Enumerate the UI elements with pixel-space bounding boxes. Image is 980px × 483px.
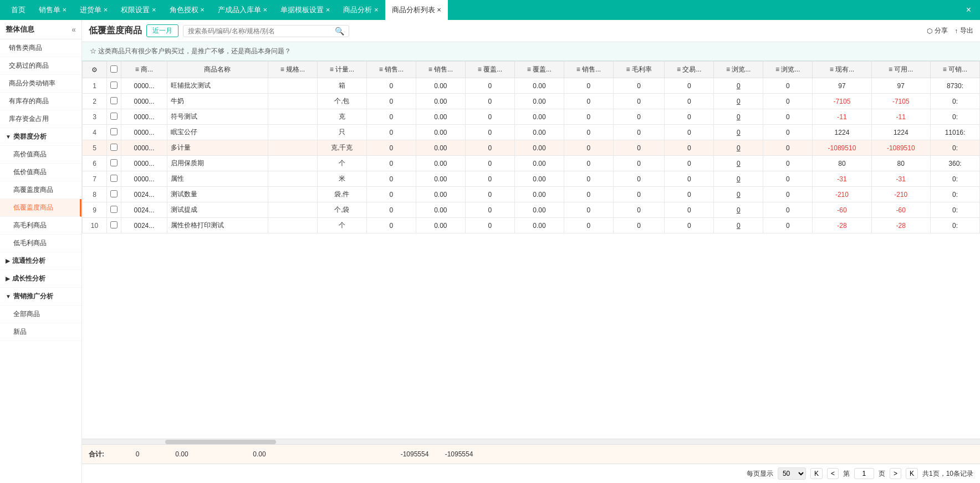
sidebar-item-high-coverage[interactable]: 高覆盖度商品 <box>0 181 81 199</box>
row-sales-amt: 0.00 <box>416 94 465 109</box>
row-profit-rate: 0 <box>613 171 664 187</box>
row-current: 97 <box>813 78 871 94</box>
col-settings[interactable]: ⚙ <box>83 62 107 78</box>
next-page-button[interactable]: > <box>890 468 901 479</box>
sidebar-item-high-value[interactable]: 高价值商品 <box>0 146 81 164</box>
sidebar-group-liquidity[interactable]: ▶ 流通性分析 <box>0 252 81 270</box>
col-cover1[interactable]: ≡ 覆盖... <box>465 62 514 78</box>
row-view1[interactable]: 0 <box>714 218 763 233</box>
search-input[interactable] <box>188 27 335 35</box>
row-view1[interactable]: 0 <box>714 78 763 94</box>
col-unit[interactable]: ≡ 计量... <box>317 62 366 78</box>
table-wrapper[interactable]: ⚙ ≡ 商... 商品名称 ≡ 规格... ≡ 计量... ≡ 销售... ≡ … <box>82 61 980 439</box>
row-trade: 0 <box>665 202 714 218</box>
row-num: 8 <box>83 187 107 202</box>
nav-sales[interactable]: 销售单 × <box>32 0 73 20</box>
nav-analysis-list[interactable]: 商品分析列表 × <box>385 0 448 20</box>
row-spec <box>268 109 317 125</box>
sidebar-item-instock-goods[interactable]: 有库存的商品 <box>0 93 81 110</box>
sidebar-item-low-profit[interactable]: 低毛利商品 <box>0 235 81 252</box>
sidebar-group-growth[interactable]: ▶ 成长性分析 <box>0 270 81 288</box>
sidebar-item-inventory-capital[interactable]: 库存资金占用 <box>0 110 81 128</box>
sidebar-collapse-button[interactable]: « <box>72 25 76 34</box>
col-cover2[interactable]: ≡ 覆盖... <box>514 62 564 78</box>
nav-template[interactable]: 单据模板设置 × <box>274 0 336 20</box>
sidebar-item-sales-goods[interactable]: 销售类商品 <box>0 39 81 57</box>
col-current[interactable]: ≡ 现有... <box>813 62 871 78</box>
row-view1[interactable]: 0 <box>714 202 763 218</box>
row-checkbox[interactable] <box>106 140 121 156</box>
window-close-button[interactable]: × <box>962 5 976 15</box>
row-code: 0000... <box>121 171 167 187</box>
row-checkbox[interactable] <box>106 78 121 94</box>
nav-analysis[interactable]: 商品分析 × <box>336 0 385 20</box>
prev-page-button[interactable]: < <box>827 468 839 479</box>
row-checkbox[interactable] <box>106 187 121 202</box>
row-sales-amt: 0.00 <box>416 156 465 171</box>
page-number-input[interactable] <box>854 468 874 479</box>
share-icon: ⬡ <box>927 27 932 35</box>
sidebar-item-new-goods[interactable]: 新品 <box>0 323 81 341</box>
row-view1[interactable]: 0 <box>714 125 763 140</box>
nav-purchase[interactable]: 进货单 × <box>73 0 114 20</box>
sidebar-group-marketing[interactable]: ▼ 营销推广分析 <box>0 288 81 306</box>
share-button[interactable]: ⬡ 分享 <box>927 26 948 35</box>
row-checkbox[interactable] <box>106 94 121 109</box>
nav-role[interactable]: 角色授权 × <box>163 0 211 20</box>
col-sales-amt[interactable]: ≡ 销售... <box>416 62 465 78</box>
first-page-button[interactable]: K <box>810 468 823 479</box>
row-num: 4 <box>83 125 107 140</box>
row-sales3: 0 <box>564 140 613 156</box>
sidebar-item-low-value[interactable]: 低价值商品 <box>0 164 81 181</box>
per-page-select[interactable]: 50 100 200 <box>778 467 806 480</box>
row-checkbox[interactable] <box>106 218 121 233</box>
row-profit-rate: 0 <box>613 140 664 156</box>
row-checkbox[interactable] <box>106 156 121 171</box>
col-sellable[interactable]: ≡ 可销... <box>930 62 979 78</box>
content-header: 低覆盖度商品 近一月 🔍 ⬡ 分享 ↑ 导出 <box>82 20 980 42</box>
sidebar-item-all-goods[interactable]: 全部商品 <box>0 306 81 323</box>
sidebar-group-cluster[interactable]: ▼ 类群度分析 <box>0 128 81 146</box>
col-sales3[interactable]: ≡ 销售... <box>564 62 613 78</box>
row-view1[interactable]: 0 <box>714 156 763 171</box>
sidebar-item-low-coverage[interactable]: 低覆盖度商品 <box>0 199 81 217</box>
row-view1[interactable]: 0 <box>714 187 763 202</box>
row-code: 0024... <box>121 187 167 202</box>
row-trade: 0 <box>665 140 714 156</box>
col-available[interactable]: ≡ 可用... <box>871 62 930 78</box>
row-sales-amt: 0.00 <box>416 109 465 125</box>
time-filter-button[interactable]: 近一月 <box>146 24 178 37</box>
row-checkbox[interactable] <box>106 171 121 187</box>
row-view1[interactable]: 0 <box>714 171 763 187</box>
nav-product[interactable]: 产成品入库单 × <box>211 0 274 20</box>
row-checkbox[interactable] <box>106 109 121 125</box>
nav-home[interactable]: 首页 <box>4 0 32 20</box>
row-view1[interactable]: 0 <box>714 94 763 109</box>
row-profit-rate: 0 <box>613 94 664 109</box>
select-all-checkbox[interactable] <box>110 65 118 73</box>
col-view2[interactable]: ≡ 浏览... <box>763 62 813 78</box>
col-name[interactable]: 商品名称 <box>167 62 268 78</box>
scrollbar-thumb[interactable] <box>165 440 276 444</box>
share-label: 分享 <box>935 26 948 35</box>
col-view1[interactable]: ≡ 浏览... <box>714 62 763 78</box>
row-checkbox[interactable] <box>106 125 121 140</box>
row-checkbox[interactable] <box>106 202 121 218</box>
col-sales-qty[interactable]: ≡ 销售... <box>366 62 416 78</box>
row-view1[interactable]: 0 <box>714 140 763 156</box>
col-profit-rate[interactable]: ≡ 毛利率 <box>613 62 664 78</box>
col-spec[interactable]: ≡ 规格... <box>268 62 317 78</box>
row-view1[interactable]: 0 <box>714 109 763 125</box>
row-num: 2 <box>83 94 107 109</box>
export-button[interactable]: ↑ 导出 <box>955 26 973 35</box>
col-code[interactable]: ≡ 商... <box>121 62 167 78</box>
horizontal-scrollbar[interactable] <box>82 439 980 444</box>
row-unit: 个 <box>317 218 366 233</box>
col-trade[interactable]: ≡ 交易... <box>665 62 714 78</box>
last-page-button[interactable]: K <box>906 468 918 479</box>
sidebar-item-high-profit[interactable]: 高毛利商品 <box>0 217 81 235</box>
sidebar-item-category-turnover[interactable]: 商品分类动销率 <box>0 75 81 93</box>
nav-permission[interactable]: 权限设置 × <box>114 0 162 20</box>
sidebar-item-traded-goods[interactable]: 交易过的商品 <box>0 57 81 75</box>
col-checkbox[interactable] <box>106 62 121 78</box>
